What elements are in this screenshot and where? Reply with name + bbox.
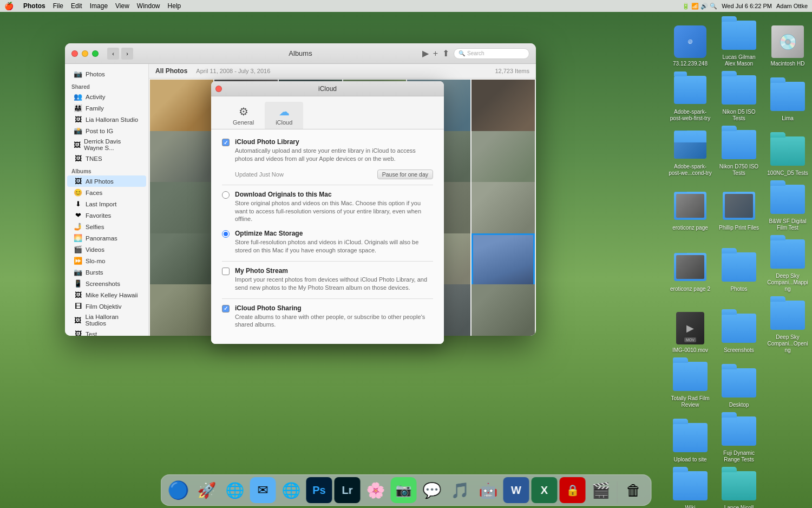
sidebar-item-videos[interactable]: 🎬 Videos <box>67 244 146 255</box>
desktop-icon-desktop-folder[interactable]: Desktop <box>715 363 763 411</box>
sidebar-item-last-import[interactable]: ⬇ Last Import <box>67 198 146 210</box>
desktop-icon-nikon-d750[interactable]: Nikon D750 ISO Tests <box>715 125 763 179</box>
sidebar-item-panoramas[interactable]: 🌅 Panoramas <box>67 232 146 244</box>
icloud-photo-sharing-checkbox[interactable]: ✓ <box>222 305 230 312</box>
selfies-label: Selfies <box>86 224 104 230</box>
desktop-icon-100nc[interactable]: 100NC_D5 Tests <box>763 131 812 179</box>
desktop-icon-eroticonz2[interactable]: eroticonz page 2 <box>666 247 715 295</box>
my-photo-stream-checkbox[interactable] <box>222 268 230 275</box>
dialog-close-button[interactable] <box>215 86 222 92</box>
menu-view[interactable]: View <box>115 2 129 10</box>
dock-lightroom[interactable]: Lr <box>335 477 361 503</box>
desktop-folder-icon <box>722 368 756 398</box>
sidebar-item-faces[interactable]: 😊 Faces <box>67 187 146 198</box>
search-box[interactable]: 🔍 Search <box>454 48 529 59</box>
bursts-label: Bursts <box>86 269 103 276</box>
desktop-icon-fuji-dynamic[interactable]: Fuji Dynamic Range Tests <box>715 411 763 466</box>
dock-word[interactable]: W <box>503 477 529 503</box>
sidebar-item-tnes[interactable]: 🖼 TNES <box>67 153 146 164</box>
my-photo-stream-content: My Photo Stream Import your recent photo… <box>235 267 433 292</box>
window-close-button[interactable] <box>71 50 78 57</box>
photo-thumb[interactable] <box>150 284 213 336</box>
desktop-icon-phillip[interactable]: Phillip Print Files <box>715 186 763 234</box>
desktop-folder-label: Desktop <box>729 402 749 408</box>
window-controls <box>71 50 99 57</box>
menu-help[interactable]: Help <box>168 2 181 10</box>
desktop-icon-lucas[interactable]: Lucas Gilman Alex Mason <box>715 15 763 70</box>
dock-safari[interactable]: 🌐 <box>222 477 248 503</box>
sidebar-item-selfies[interactable]: 🤳 Selfies <box>67 221 146 232</box>
menu-image[interactable]: Image <box>90 2 108 10</box>
menu-edit[interactable]: Edit <box>71 2 82 10</box>
dock-mail[interactable]: ✉ <box>250 477 276 503</box>
desktop-icon-deep-sky-opening[interactable]: Deep Sky Compani...Opening <box>763 295 812 356</box>
dock-trash[interactable]: 🗑 <box>621 477 647 503</box>
dock-excel[interactable]: X <box>532 477 558 503</box>
sidebar-item-slomo[interactable]: ⏩ Slo-mo <box>67 255 146 266</box>
sidebar-item-favorites[interactable]: ❤ Favorites <box>67 210 146 221</box>
sidebar-item-post-ig[interactable]: 📸 Post to IG <box>67 125 146 136</box>
sidebar-item-lia-studio[interactable]: 🖼 Lia Halloran Studio <box>67 114 146 125</box>
desktop-icon-photos-folder[interactable]: Photos <box>715 247 763 295</box>
window-minimize-button[interactable] <box>82 50 88 57</box>
optimize-storage-radio[interactable] <box>222 230 230 238</box>
deep-sky-opening-label: Deep Sky Compani...Opening <box>766 334 809 354</box>
desktop-icon-adobe1[interactable]: Adobe-spark-post-web-first-try <box>666 70 715 125</box>
dock-android[interactable]: 🤖 <box>475 477 501 503</box>
sidebar-item-bursts[interactable]: 📷 Bursts <box>67 266 146 278</box>
all-photos-tab[interactable]: All Photos <box>155 67 187 75</box>
deep-sky-mapping-label: Deep Sky Compani...Mapping <box>766 273 809 292</box>
toolbar-add-button[interactable]: + <box>433 49 438 58</box>
toolbar-play-button[interactable]: ▶ <box>422 48 429 58</box>
menu-window[interactable]: Window <box>137 2 160 10</box>
sidebar-item-test[interactable]: 🖼 Test <box>67 328 146 336</box>
desktop-icon-screenshots[interactable]: Screenshots <box>715 308 763 356</box>
sidebar-item-family[interactable]: 👨‍👩‍👧 Family <box>67 102 146 114</box>
sidebar-item-derrick[interactable]: 🖼 Derrick Davis Wayne S... <box>67 136 146 153</box>
app-name[interactable]: Photos <box>23 2 45 10</box>
desktop-icon-lima[interactable]: Lima <box>763 76 812 125</box>
dialog-tab-icloud[interactable]: ☁ iCloud <box>265 102 303 129</box>
apple-menu[interactable]: 🍎 <box>4 2 14 10</box>
dock-chrome[interactable]: 🌐 <box>278 477 304 503</box>
desktop-icon-upload[interactable]: Upload to site <box>666 418 715 466</box>
desktop-icon-eroticonz1[interactable]: eroticonz page <box>666 186 715 234</box>
desktop-icon-adobe2[interactable]: Adobe-spark-post-we...cond-try <box>666 125 715 179</box>
dock-itunes[interactable]: 🎵 <box>447 477 473 503</box>
pause-button[interactable]: Pause for one day <box>377 170 433 179</box>
nav-forward-button[interactable]: › <box>121 48 133 60</box>
dialog-tab-general[interactable]: ⚙ General <box>222 102 265 129</box>
toolbar-share-button[interactable]: ⬆ <box>442 48 449 58</box>
dock-unknown2[interactable]: 🎬 <box>588 477 614 503</box>
desktop-icon-deep-sky-mapping[interactable]: Deep Sky Compani...Mapping <box>763 234 812 295</box>
nav-back-button[interactable]: ‹ <box>107 48 119 60</box>
desktop-icon-totally-rad[interactable]: Totally Rad Film Review <box>666 356 715 411</box>
dock-messages[interactable]: 💬 <box>419 477 445 503</box>
dock-finder[interactable]: 🔵 <box>166 477 192 503</box>
sidebar-item-screenshots[interactable]: 📱 Screenshots <box>67 278 146 289</box>
photo-thumb[interactable] <box>472 284 535 336</box>
sidebar-item-film-objektiv[interactable]: 🎞 Film Objektiv <box>67 301 146 312</box>
dock-facetime[interactable]: 📷 <box>391 477 417 503</box>
icloud-photo-library-checkbox[interactable]: ✓ <box>222 139 230 146</box>
dock-photos[interactable]: 🌸 <box>363 477 389 503</box>
icloud-status-row: Updated Just Now Pause for one day <box>235 170 433 179</box>
menu-file[interactable]: File <box>53 2 63 10</box>
desktop-icon-ip-address[interactable]: @ 73.12.239.248 <box>666 22 715 70</box>
desktop-icon-nikon-d5[interactable]: Nikon D5 ISO Tests <box>715 70 763 125</box>
desktop-icon-bw[interactable]: B&W SF Digital Film Test <box>763 179 812 234</box>
sidebar-item-lia-studios[interactable]: 🖼 Lia Halloran Studios <box>67 312 146 328</box>
desktop-icon-lance[interactable]: Lance Nicoll <box>715 466 763 508</box>
desktop-icon-wiki[interactable]: Wiki <box>666 466 715 508</box>
sidebar-item-mike-kelley[interactable]: 🖼 Mike Kelley Hawaii <box>67 289 146 301</box>
sidebar-item-photos[interactable]: 📷 Photos <box>67 68 146 80</box>
desktop-icon-macintosh-hd[interactable]: 💿 Macintosh HD <box>763 22 812 70</box>
sidebar-item-all-photos[interactable]: 🖼 All Photos <box>67 175 146 187</box>
dock-photoshop[interactable]: Ps <box>306 477 332 503</box>
download-originals-radio[interactable] <box>222 191 230 199</box>
desktop-icon-img-mov[interactable]: ▶ MOV IMG-0010.mov <box>666 308 715 356</box>
dock-unknown1[interactable]: 🔒 <box>560 477 586 503</box>
window-maximize-button[interactable] <box>92 50 99 57</box>
sidebar-item-activity[interactable]: 👥 Activity <box>67 91 146 102</box>
dock-launchpad[interactable]: 🚀 <box>194 477 220 503</box>
